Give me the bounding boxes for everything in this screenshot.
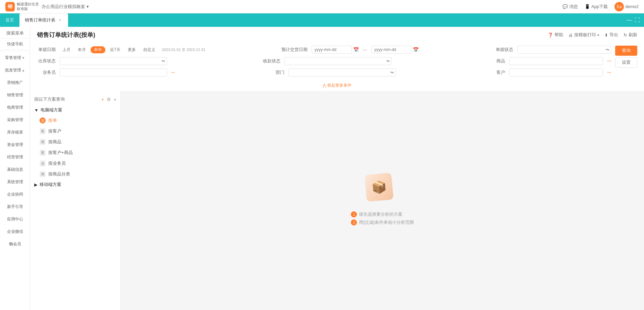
filter-fields: 单据日期 上月 本月 本年 近7天 更多 自定义 2023-01-01 至 20… bbox=[37, 46, 611, 80]
app-download-button[interactable]: 📱 App下载 bbox=[585, 4, 608, 10]
delivery-status-selector[interactable]: ▾ bbox=[60, 57, 167, 65]
filter-main: 单据日期 上月 本月 本年 近7天 更多 自定义 2023-01-01 至 20… bbox=[37, 46, 637, 80]
tree-section-pc-title[interactable]: ▼ 电脑端方案 bbox=[30, 105, 120, 115]
sidebar-item-sales[interactable]: 销售管理 bbox=[0, 89, 30, 101]
filter-actions: 查询 设置 bbox=[615, 46, 637, 80]
sidebar-item-system[interactable]: 系统管理 bbox=[0, 176, 30, 188]
template-print-button[interactable]: 🖨 按模板打印 ▾ bbox=[569, 32, 599, 38]
date-range-display: 2023-01-01 至 2023-12-31 bbox=[162, 47, 206, 52]
tree-item-by-goods[interactable]: 商 按商品 bbox=[30, 137, 120, 147]
refresh-button[interactable]: ↻ 刷新 bbox=[624, 32, 637, 38]
sidebar-item-inventory[interactable]: 库存核算 bbox=[0, 126, 30, 139]
sidebar-item-marketing[interactable]: 营销推广 bbox=[0, 76, 30, 89]
settings-scheme-button[interactable]: ⚙ bbox=[107, 97, 111, 102]
window-maximize-button[interactable]: ⛶ bbox=[635, 17, 640, 23]
date-7days-btn[interactable]: 近7天 bbox=[107, 46, 123, 53]
message-button[interactable]: 💬 消息 bbox=[562, 4, 578, 10]
salesperson-ellipsis-btn[interactable]: ··· bbox=[171, 70, 175, 75]
payment-status-selector[interactable]: ▾ bbox=[284, 57, 392, 65]
expected-date-from-input[interactable] bbox=[312, 46, 352, 54]
filter-container: 单据日期 上月 本月 本年 近7天 更多 自定义 2023-01-01 至 20… bbox=[30, 42, 644, 91]
sidebar-item-retail[interactable]: 零售管理 ▼ bbox=[0, 52, 30, 64]
logo-icon: 销 bbox=[5, 2, 15, 11]
salesperson-input[interactable] bbox=[60, 68, 167, 76]
goods-input[interactable] bbox=[509, 57, 603, 65]
collapse-panel-button[interactable]: « bbox=[114, 97, 116, 102]
workspace-selector[interactable]: 办公用品行业模拟账套 ▾ bbox=[42, 4, 89, 10]
tip-num-2: 2 bbox=[351, 219, 357, 225]
sidebar-item-apps[interactable]: 应用中心 bbox=[0, 213, 30, 225]
tree-arrow-down-icon: ▼ bbox=[34, 108, 39, 113]
date-more-btn[interactable]: 更多 bbox=[125, 46, 139, 53]
tree-item-by-goods-category[interactable]: 商 按商品分类 bbox=[30, 169, 120, 179]
calendar-icon-to[interactable]: 📅 bbox=[413, 47, 419, 52]
query-button[interactable]: 查询 bbox=[615, 46, 637, 56]
tree-item-by-customer[interactable]: 客 按客户 bbox=[30, 126, 120, 137]
expected-date-from: 📅 bbox=[312, 46, 359, 54]
tree-item-by-goods-icon: 商 bbox=[40, 139, 46, 145]
sidebar-search[interactable]: 搜索菜单 bbox=[0, 27, 30, 39]
expected-date-to-input[interactable] bbox=[371, 46, 412, 54]
help-button[interactable]: ❓ 帮助 bbox=[548, 32, 563, 38]
left-panel-header: 按以下方案查询 + ⚙ « bbox=[30, 94, 120, 105]
department-selector[interactable]: ▾ bbox=[288, 68, 396, 76]
bill-status-selector[interactable]: ▾ bbox=[517, 46, 611, 54]
date-this-year-btn[interactable]: 本年 bbox=[91, 46, 105, 53]
tree-item-by-order[interactable]: 按 按单 bbox=[30, 115, 120, 126]
customer-ellipsis-btn[interactable]: ··· bbox=[607, 70, 611, 75]
goods-ellipsis-btn[interactable]: ··· bbox=[607, 58, 611, 64]
sidebar-divider-1 bbox=[0, 51, 30, 51]
top-bar-right: 💬 消息 📱 App下载 Ea demo2 bbox=[562, 2, 639, 11]
avatar: Ea bbox=[614, 2, 624, 11]
tab-sales-order[interactable]: 销售订单统计表 × bbox=[19, 13, 68, 27]
tree-item-by-customer-goods[interactable]: 客 按客户+商品 bbox=[30, 147, 120, 158]
sidebar-item-purchase[interactable]: 采购管理 bbox=[0, 114, 30, 126]
date-this-month-btn[interactable]: 本月 bbox=[75, 46, 89, 53]
date-separator: — bbox=[363, 47, 367, 52]
tab-close-button[interactable]: × bbox=[57, 17, 63, 23]
empty-state: 📦 1 请先选择要分析的方案 2 用[过滤]条件来缩小分析范围 bbox=[351, 174, 414, 227]
tab-bar-actions: — ⛶ bbox=[627, 17, 644, 23]
goods-label: 商品 bbox=[486, 58, 505, 64]
department-select[interactable] bbox=[288, 68, 396, 76]
sidebar-item-operations[interactable]: 经营管理 bbox=[0, 151, 30, 163]
delivery-status-select[interactable] bbox=[60, 57, 167, 65]
chevron-down-icon: ▼ bbox=[22, 56, 25, 60]
add-scheme-button[interactable]: + bbox=[101, 97, 104, 102]
empty-tip-1: 1 请先选择要分析的方案 bbox=[351, 211, 414, 217]
page-title: 销售订单统计表(按单) bbox=[37, 31, 95, 42]
tree-item-by-salesperson[interactable]: 业 按业务员 bbox=[30, 158, 120, 169]
filter-row-1: 单据日期 上月 本月 本年 近7天 更多 自定义 2023-01-01 至 20… bbox=[37, 46, 611, 54]
empty-illustration: 📦 bbox=[366, 174, 399, 207]
date-prev-month-btn[interactable]: 上月 bbox=[60, 46, 73, 53]
empty-box-icon: 📦 bbox=[365, 172, 394, 202]
department-label: 部门 bbox=[266, 69, 284, 75]
calendar-icon-from[interactable]: 📅 bbox=[353, 47, 359, 52]
date-buttons: 上月 本月 本年 近7天 更多 自定义 bbox=[60, 46, 158, 53]
sidebar-item-finance[interactable]: 资金管理 bbox=[0, 139, 30, 151]
window-minimize-button[interactable]: — bbox=[627, 17, 632, 23]
sidebar-item-basic-info[interactable]: 基础信息 bbox=[0, 163, 30, 176]
sidebar-item-ecommerce[interactable]: 电商管理 bbox=[0, 101, 30, 114]
tab-home[interactable]: 首页 bbox=[0, 13, 19, 27]
tree-section-mobile: ▶ 移动端方案 bbox=[30, 179, 120, 190]
payment-status-select[interactable] bbox=[284, 57, 392, 65]
customer-input[interactable] bbox=[509, 68, 603, 76]
settings-button[interactable]: 设置 bbox=[615, 57, 637, 68]
date-custom-btn[interactable]: 自定义 bbox=[141, 46, 158, 53]
collapse-more-btn[interactable]: ⋀ 收起更多条件 bbox=[37, 80, 637, 91]
sidebar-item-enterprise[interactable]: 企业协同 bbox=[0, 188, 30, 201]
tree-section-mobile-title[interactable]: ▶ 移动端方案 bbox=[30, 179, 120, 190]
sidebar-item-wechat[interactable]: 企业微信 bbox=[0, 225, 30, 238]
sidebar-item-membership[interactable]: 畅会员 bbox=[0, 238, 30, 250]
bill-status-select[interactable] bbox=[517, 46, 611, 54]
logo-area: 销 畅捷通好生意 标准版 bbox=[5, 2, 39, 11]
sidebar-item-guide[interactable]: 新手引导 bbox=[0, 201, 30, 213]
content-area: 销售订单统计表(按单) ❓ 帮助 🖨 按模板打印 ▾ ⬇ 导出 ↻ 刷新 bbox=[30, 27, 644, 310]
export-button[interactable]: ⬇ 导出 bbox=[604, 32, 618, 38]
filter-row-3: 业务员 ··· 部门 ▾ 客户 ··· bbox=[37, 68, 611, 76]
sidebar-shortcut[interactable]: 快捷导航 bbox=[0, 39, 30, 50]
sidebar-item-wholesale[interactable]: 批发管理 ▲ bbox=[0, 64, 30, 76]
tree-item-by-goods-category-icon: 商 bbox=[40, 171, 46, 177]
user-menu[interactable]: Ea demo2 bbox=[614, 2, 639, 11]
